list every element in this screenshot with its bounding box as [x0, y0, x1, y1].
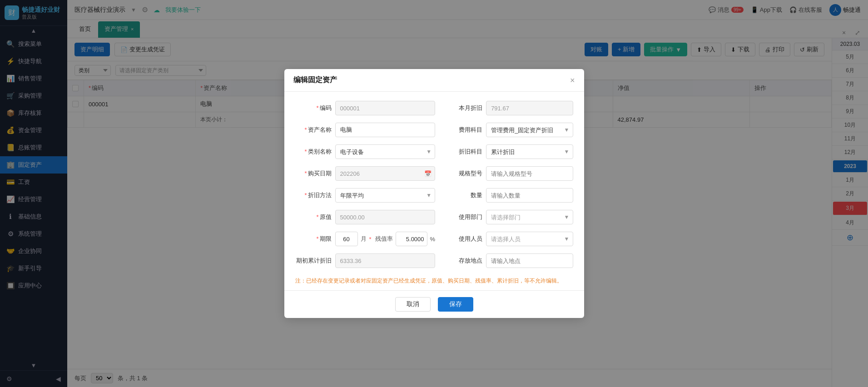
period-unit: 月	[361, 235, 367, 243]
depreciation-method-select[interactable]: 年限平均	[335, 188, 436, 203]
purchase-date-wrap: 📅	[335, 166, 436, 181]
modal-note: 注：已经存在变更记录或者对应固定资产已经生成凭证，原值、购买日期、残值率、累计折…	[284, 277, 584, 290]
period-row: 月 * 残值率 %	[335, 232, 436, 246]
department-wrap: 请选择部门 ▼	[486, 210, 573, 224]
form-item-person: 使用人员 请选择人员 ▼	[446, 232, 573, 246]
expense-subject-wrap: 管理费用_固定资产折旧 ▼	[486, 123, 573, 137]
original-value-input[interactable]	[335, 210, 436, 224]
depreciation-subject-select[interactable]: 累计折旧	[486, 144, 573, 159]
spec-input[interactable]	[486, 166, 573, 181]
depreciation-subject-wrap: 累计折旧 ▼	[486, 144, 573, 159]
form-item-purchase-date: *购买日期 📅	[295, 166, 436, 181]
form-item-period: *期限 月 * 残值率 %	[295, 232, 436, 246]
code-input[interactable]	[335, 101, 436, 115]
edit-asset-modal: 编辑固定资产 × *编码 本月折旧 *资产名称	[284, 69, 584, 318]
depreciation-method-wrap: 年限平均 ▼	[335, 188, 436, 203]
asset-name-input[interactable]	[335, 123, 436, 137]
period-input[interactable]	[335, 232, 358, 246]
modal-footer: 取消 保存	[284, 290, 584, 318]
form-item-location: 存放地点	[446, 253, 573, 268]
cancel-button[interactable]: 取消	[395, 297, 431, 312]
save-button[interactable]: 保存	[438, 297, 473, 312]
person-select[interactable]: 请选择人员	[486, 232, 573, 246]
quantity-input[interactable]	[486, 188, 573, 203]
form-item-monthly-depreciation: 本月折旧	[446, 101, 573, 115]
form-item-spec: 规格型号	[446, 166, 573, 181]
modal-body: *编码 本月折旧 *资产名称 费用科目	[284, 92, 584, 277]
initial-accumulated-input[interactable]	[335, 253, 436, 268]
form-item-code: *编码	[295, 101, 436, 115]
form-grid: *编码 本月折旧 *资产名称 费用科目	[295, 101, 573, 268]
form-item-category: *类别名称 电子设备 ▼	[295, 144, 436, 159]
purchase-date-input[interactable]	[335, 166, 436, 181]
modal-header: 编辑固定资产 ×	[284, 69, 584, 92]
residual-rate-input[interactable]	[396, 232, 427, 246]
modal-overlay: 编辑固定资产 × *编码 本月折旧 *资产名称	[0, 0, 868, 387]
residual-rate-label: 残值率	[375, 235, 393, 243]
category-wrap: 电子设备 ▼	[335, 144, 436, 159]
department-select[interactable]: 请选择部门	[486, 210, 573, 224]
modal-title: 编辑固定资产	[293, 75, 337, 85]
form-item-expense-subject: 费用科目 管理费用_固定资产折旧 ▼	[446, 123, 573, 137]
form-item-initial-accumulated: 期初累计折旧	[295, 253, 436, 268]
form-item-asset-name: *资产名称	[295, 123, 436, 137]
location-input[interactable]	[486, 253, 573, 268]
person-wrap: 请选择人员 ▼	[486, 232, 573, 246]
residual-rate-unit: %	[430, 236, 436, 243]
expense-subject-select[interactable]: 管理费用_固定资产折旧	[486, 123, 573, 137]
monthly-depreciation-input[interactable]	[486, 101, 573, 115]
form-item-department: 使用部门 请选择部门 ▼	[446, 210, 573, 224]
form-item-quantity: 数量	[446, 188, 573, 203]
form-item-depreciation-subject: 折旧科目 累计折旧 ▼	[446, 144, 573, 159]
category-select[interactable]: 电子设备	[335, 144, 436, 159]
form-item-depreciation-method: *折旧方法 年限平均 ▼	[295, 188, 436, 203]
form-item-original-value: *原值	[295, 210, 436, 224]
modal-close-btn[interactable]: ×	[570, 76, 575, 84]
